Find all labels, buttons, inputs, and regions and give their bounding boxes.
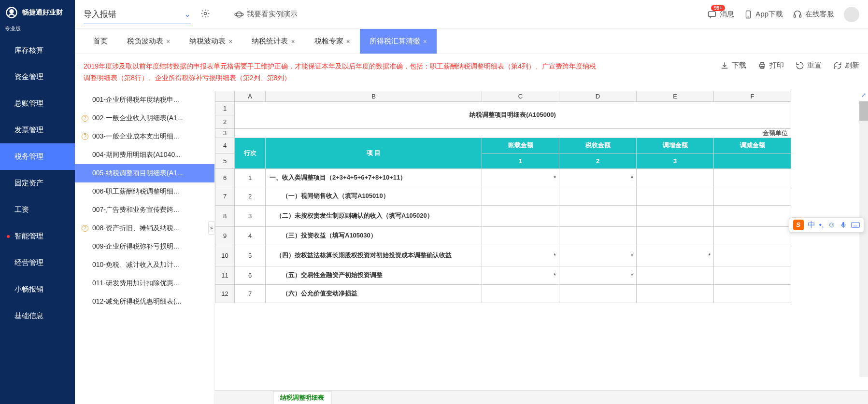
expand-icon[interactable]: ⤢ — [860, 92, 867, 98]
cell-rowno[interactable]: 2 — [235, 187, 266, 205]
cell-item[interactable]: （六）公允价值变动净损益 — [266, 284, 482, 303]
cell-value[interactable] — [637, 284, 714, 303]
th-c4n[interactable] — [714, 153, 791, 168]
cell-rowno[interactable]: 7 — [235, 284, 266, 303]
cell-rowno[interactable]: 5 — [235, 245, 266, 266]
import-error-dropdown[interactable]: 导入报错 ⌄ — [84, 5, 191, 24]
cell-value[interactable] — [714, 284, 791, 303]
cell-item[interactable]: （二）未按权责发生制原则确认的收入（填写A105020） — [266, 205, 482, 226]
th-c1[interactable]: 账载金额 — [482, 138, 559, 153]
app-download-button[interactable]: App下载 — [744, 10, 783, 19]
ime-lang[interactable]: 中 — [808, 220, 815, 230]
tab-close-icon[interactable]: × — [346, 38, 350, 45]
cell-value[interactable] — [637, 205, 714, 226]
help-icon[interactable]: ? — [82, 115, 88, 122]
row-header[interactable]: 6 — [215, 168, 235, 187]
th-c3n[interactable]: 3 — [637, 153, 714, 168]
print-button[interactable]: 打印 — [758, 61, 784, 70]
sidebar-item[interactable]: 基础信息 — [0, 303, 75, 329]
ime-punct-icon[interactable]: •, — [819, 221, 824, 229]
unit-label[interactable]: 金额单位 — [235, 128, 791, 138]
col-header[interactable]: D — [559, 91, 637, 101]
cell-value[interactable] — [637, 226, 714, 245]
help-icon[interactable]: ? — [82, 133, 88, 140]
th-item[interactable]: 项 目 — [266, 138, 482, 168]
cell-value[interactable]: * — [559, 168, 637, 187]
col-header[interactable]: A — [235, 91, 266, 101]
form-list-item[interactable]: 007-广告费和业务宣传费跨... — [75, 201, 214, 219]
cell-value[interactable] — [714, 205, 791, 226]
cell-value[interactable] — [714, 266, 791, 284]
form-list-item[interactable]: 005-纳税调整项目明细表(A1... — [75, 164, 214, 182]
cell-value[interactable] — [559, 205, 637, 226]
th-c4[interactable]: 调减金额 — [714, 138, 791, 153]
reset-button[interactable]: 重置 — [796, 61, 822, 70]
cell-value[interactable] — [482, 226, 559, 245]
sidebar-item[interactable]: 小畅报销 — [0, 276, 75, 303]
sidebar-item[interactable]: 工资 — [0, 196, 75, 223]
cell-value[interactable] — [482, 284, 559, 303]
form-list-item[interactable]: 001-企业所得税年度纳税申... — [75, 91, 214, 109]
form-list-item[interactable]: 010-免税、减计收入及加计... — [75, 256, 214, 274]
tab[interactable]: 首页 — [84, 29, 117, 54]
cell-item[interactable]: （四）按权益法核算长期股权投资对初始投资成本调整确认收益 — [266, 245, 482, 266]
col-header[interactable]: E — [637, 91, 714, 101]
cell-value[interactable] — [637, 266, 714, 284]
messages-button[interactable]: 99+ 消息 — [707, 10, 734, 19]
cell-value[interactable] — [637, 168, 714, 187]
cell-rowno[interactable]: 1 — [235, 168, 266, 187]
col-header[interactable]: B — [266, 91, 482, 101]
tab-close-icon[interactable]: × — [423, 38, 427, 45]
cell-value[interactable] — [714, 168, 791, 187]
sidebar-item[interactable]: 总账管理 — [0, 90, 75, 117]
row-header[interactable]: 12 — [215, 284, 235, 303]
cell-value[interactable] — [714, 226, 791, 245]
tab-close-icon[interactable]: × — [228, 38, 232, 45]
download-button[interactable]: 下载 — [720, 61, 746, 70]
tab-close-icon[interactable]: × — [291, 38, 295, 45]
ime-mic-icon[interactable] — [840, 221, 847, 229]
form-list-item[interactable]: ?008-资产折旧、摊销及纳税... — [75, 219, 214, 237]
sidebar-item[interactable]: 智能管理 — [0, 223, 75, 250]
cell-value[interactable]: * — [482, 245, 559, 266]
cell-value[interactable] — [714, 245, 791, 266]
cell-rowno[interactable]: 3 — [235, 205, 266, 226]
help-icon[interactable]: ? — [82, 225, 88, 232]
sidebar-item[interactable]: 固定资产 — [0, 170, 75, 196]
cell-value[interactable]: * — [482, 266, 559, 284]
cell-item[interactable]: （一）视同销售收入（填写A105010） — [266, 187, 482, 205]
cell-item[interactable]: （五）交易性金融资产初始投资调整 — [266, 266, 482, 284]
cell-value[interactable]: * — [559, 266, 637, 284]
ime-emoji-icon[interactable]: ☺ — [828, 221, 836, 229]
row-header[interactable]: 5 — [215, 153, 235, 168]
th-c2n[interactable]: 2 — [559, 153, 637, 168]
col-header[interactable]: F — [714, 91, 791, 101]
cell-item[interactable]: （三）投资收益（填写A105030） — [266, 226, 482, 245]
sheet-title[interactable]: 纳税调整项目明细表(A105000) — [235, 101, 791, 128]
th-c3[interactable]: 调增金额 — [637, 138, 714, 153]
row-header[interactable]: 9 — [215, 226, 235, 245]
sidebar-item[interactable]: 发票管理 — [0, 117, 75, 143]
tab[interactable]: 税负波动表× — [117, 29, 180, 54]
cell-rowno[interactable]: 6 — [235, 266, 266, 284]
form-list-item[interactable]: ?003-一般企业成本支出明细... — [75, 127, 214, 146]
settings-gear-icon[interactable] — [200, 9, 210, 20]
user-avatar[interactable] — [844, 7, 859, 22]
form-list-item[interactable]: 012-减免所得税优惠明细表(... — [75, 293, 214, 311]
row-header[interactable]: 10 — [215, 245, 235, 266]
ime-toolbar[interactable]: S 中 •, ☺ — [789, 217, 864, 233]
grid-table[interactable]: A B C D E F 1 纳税调整项目明细表(A105000) 2 — [215, 91, 791, 303]
tab[interactable]: 税检专家× — [305, 29, 360, 54]
demo-link[interactable]: 我要看实例演示 — [234, 10, 298, 19]
tab-close-icon[interactable]: × — [166, 38, 170, 45]
cell-value[interactable] — [559, 226, 637, 245]
sheet-tab[interactable]: 纳税调整明细表 — [273, 391, 331, 404]
cell-rowno[interactable]: 4 — [235, 226, 266, 245]
sidebar-item[interactable]: 税务管理 — [0, 143, 75, 170]
cell-value[interactable]: * — [482, 168, 559, 187]
row-header[interactable]: 4 — [215, 138, 235, 153]
refresh-button[interactable]: 刷新 — [833, 61, 859, 70]
th-c1n[interactable]: 1 — [482, 153, 559, 168]
row-header[interactable]: 8 — [215, 205, 235, 226]
sidebar-item[interactable]: 资金管理 — [0, 64, 75, 90]
